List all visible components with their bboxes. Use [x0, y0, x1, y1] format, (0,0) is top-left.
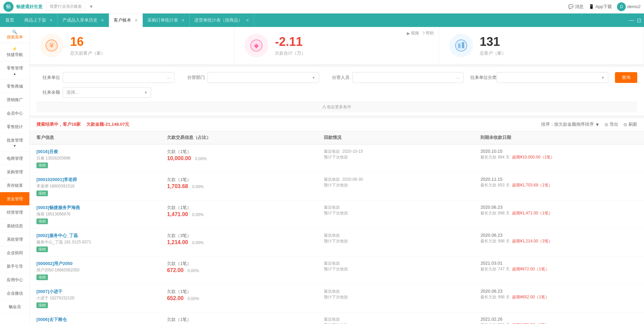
recovery-next-5: 预计下次收款 [324, 294, 481, 300]
sidebar-item-finance[interactable]: 资金管理 [0, 192, 29, 206]
sidebar: 🔍 搜索菜单 ⚡ 快捷导航 零售管理 ▲ 零售商城 营销推广 会员中心 零售统计 [0, 27, 30, 324]
sidebar-item-basic-info[interactable]: 基础信息 [0, 219, 29, 233]
customer-tag-5: 现销 [36, 302, 48, 308]
tab-goods-close[interactable]: ✕ [50, 18, 53, 23]
customer-name-link-0[interactable]: [0016]吕俊 [36, 149, 167, 155]
sidebar-item-wholesale[interactable]: 批发管理 ▼ [0, 134, 29, 152]
sidebar-member-label: 会员中心 [2, 111, 27, 116]
export-button[interactable]: ⊙ 导出 [605, 121, 618, 127]
tab-purchase-order-close[interactable]: ✕ [181, 18, 185, 23]
sidebar-item-marketing[interactable]: 营销推广 [0, 93, 29, 107]
sort-label: 排序：按欠款金额倒序排序 [541, 121, 594, 127]
message-button[interactable]: 💬 消息 [568, 4, 584, 10]
user-avatar-button[interactable]: D demo2 [617, 2, 641, 11]
sidebar-item-vip[interactable]: 畅会员 [0, 300, 29, 314]
tab-purchase-order[interactable]: 采购订单统计表 ✕ [143, 13, 190, 27]
recovery-cell-6: 最近收款 预计下次收款 [324, 317, 481, 324]
overdue-date-5: 2020.06.23 [480, 289, 637, 294]
customer-name-link-5[interactable]: [0007]小进干 [36, 289, 167, 295]
tab-customer-account-close[interactable]: ✕ [135, 18, 138, 23]
sidebar-item-ecommerce[interactable]: 电商管理 [0, 152, 29, 165]
filter-person-input[interactable]: ··· [352, 72, 464, 83]
sidebar-item-guide[interactable]: 新手引导 [0, 260, 29, 273]
filter-unit-input[interactable]: ··· [63, 72, 174, 83]
tab-purchase-stats-close[interactable]: ✕ [246, 18, 249, 23]
sidebar-retail-mall-label: 零售商城 [2, 84, 27, 89]
sidebar-item-wechat[interactable]: 企业微信 [0, 287, 29, 300]
sidebar-item-purchase[interactable]: 采购管理 [0, 165, 29, 179]
overdue-link-2[interactable]: 超期¥1,471.00（1笔） [512, 211, 553, 215]
customer-name-link-1[interactable]: [0001020001]李老师 [36, 177, 167, 183]
sidebar-vip-label: 畅会员 [2, 304, 27, 310]
customer-name-link-3[interactable]: [0002]服务中心_丁磊 [36, 233, 167, 239]
sidebar-quick-nav[interactable]: ⚡ 快捷导航 [0, 43, 29, 61]
overdue-detail-1: 最长欠款 853 天 超期¥1,703.68（1笔） [480, 182, 637, 188]
sidebar-item-app-center[interactable]: 应用中心 [0, 273, 29, 287]
sidebar-item-system[interactable]: 系统管理 [0, 233, 29, 246]
filter-category-input[interactable]: ▼ [497, 72, 608, 83]
customer-name-link-6[interactable]: [0006]去下粮仓 [36, 317, 167, 323]
customer-name-link-4[interactable]: [000002]用户2050 [36, 261, 167, 267]
sidebar-item-retail-stats[interactable]: 零售统计 [0, 120, 29, 134]
sort-select[interactable]: 排序：按欠款金额倒序排序 ▼ [541, 121, 599, 127]
overdue-link-0[interactable]: 超期¥10,000.00（1笔） [512, 155, 555, 159]
nav-expand-button[interactable]: ⊡ [637, 17, 641, 24]
refresh-button[interactable]: ⊙ 刷新 [623, 121, 637, 127]
overdue-cell-0: 2020.10.15 最长欠款 884 天 超期¥10,000.00（1笔） [480, 149, 637, 160]
sidebar-item-retail-mgmt[interactable]: 零售管理 ▲ [0, 61, 29, 80]
sidebar-item-collab[interactable]: 企业协同 [0, 246, 29, 260]
tab-finished-goods[interactable]: 产成品入库单历史 ✕ [58, 13, 109, 27]
refresh-icon: ⊙ [623, 122, 627, 127]
debt-customers-value: 16 [70, 35, 105, 49]
sidebar-item-inventory[interactable]: 库存核算 [0, 179, 29, 192]
overdue-link-4[interactable]: 超期¥672.00（1笔） [512, 267, 549, 271]
result-summary: 搜索结果中，客户16家 欠款金额-21,148.07元 [36, 121, 129, 127]
overdue-link-5[interactable]: 超期¥652.00（1笔） [512, 295, 549, 299]
overdue-cell-2: 2020.06.23 最长欠款 998 天 超期¥1,471.00（1笔） [480, 205, 637, 216]
customer-info-3: 服务中心_丁磊 181 0125 8371 [36, 239, 167, 245]
collapse-icon: ⋀ [323, 105, 327, 109]
overdue-link-1[interactable]: 超期¥1,703.68（1笔） [512, 183, 553, 187]
customer-name-link-2[interactable]: [0003]畅捷服务尹海燕 [36, 205, 167, 211]
nav-tabs: 首页 商品上下架 ✕ 产成品入库单历史 ✕ 客户账本 ✕ 采购订单统计表 ✕ 进… [0, 13, 644, 27]
tab-customer-account[interactable]: 客户账本 ✕ [109, 13, 143, 27]
content-area: ¥ 16 总欠款客户（家） ◆ -2.11 欠款合计（万） [30, 27, 644, 324]
recovery-next-4: 预计下次收款 [324, 266, 481, 272]
nav-minimize-button[interactable]: — [629, 17, 634, 23]
tab-home[interactable]: 首页 [0, 13, 20, 27]
svg-point-4 [455, 40, 467, 51]
result-debt-amount: -21,148.07元 [104, 122, 129, 127]
customer-info-2: 海燕 18513066976 [36, 211, 167, 217]
sidebar-retail-mgmt-label: 零售管理 [2, 65, 27, 71]
debt-customers-label: 总欠款客户（家） [70, 50, 105, 56]
overdue-cell-3: 2020.06.23 最长欠款 998 天 超期¥1,214.00（3笔） [480, 233, 637, 244]
debt-percent-1: 0.00% [192, 184, 203, 189]
overdue-link-6[interactable]: 超期¥455.90（1笔） [512, 323, 549, 324]
sidebar-search[interactable]: 🔍 搜索菜单 [0, 27, 29, 43]
sidebar-item-business[interactable]: 经营管理 [0, 206, 29, 219]
app-logo-text: 畅捷通好生意 [16, 4, 43, 10]
filter-dept-label: 分管部门 [181, 75, 205, 81]
filter-dept-input[interactable]: ▼ [207, 72, 319, 83]
debt-amount-2: 1,471.00 [167, 211, 188, 217]
filter-person-dots: ··· [456, 75, 460, 80]
collapse-filters-button[interactable]: ⋀ 收起更多条件 [36, 102, 637, 112]
customer-info-0: 吕俊 13026203696 [36, 155, 167, 161]
debt-count-6: 欠款（1笔） [167, 317, 324, 323]
help-label[interactable]: ?帮助 [422, 30, 434, 36]
sidebar-item-retail-mall[interactable]: 零售商城 [0, 80, 29, 93]
recovery-cell-3: 最近收款 预计下次收款 [324, 233, 481, 244]
tab-goods[interactable]: 商品上下架 ✕ [20, 13, 58, 27]
video-label[interactable]: ▶视频 [407, 30, 419, 36]
filter-balance-input[interactable]: 选择... ▼ [63, 87, 151, 98]
sidebar-item-member[interactable]: 会员中心 [0, 107, 29, 120]
app-download-button[interactable]: 📱 App下载 [589, 4, 612, 10]
overdue-link-3[interactable]: 超期¥1,214.00（3笔） [512, 239, 553, 243]
app-download-label: App下载 [595, 4, 612, 10]
tab-finished-goods-close[interactable]: ✕ [101, 18, 104, 23]
tab-purchase-stats[interactable]: 进货单统计表（按商品） ✕ [190, 13, 254, 27]
search-button[interactable]: 查询 [615, 72, 637, 83]
sidebar-search-label: 搜索菜单 [2, 34, 27, 40]
dropdown-chevron-icon[interactable]: ▼ [89, 4, 93, 9]
filter-category-chevron: ▼ [601, 76, 605, 80]
